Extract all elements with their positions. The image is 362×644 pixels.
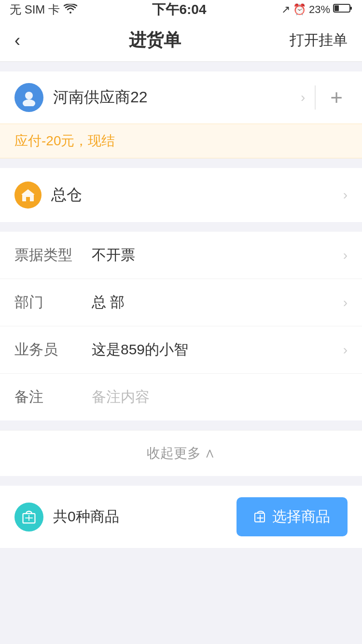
supplier-divider — [315, 85, 316, 110]
svg-point-4 — [23, 99, 35, 106]
notice-text: 应付-20元，现结 — [14, 133, 115, 148]
status-left: 无 SIM 卡 — [10, 2, 77, 17]
alarm-icon: ⏰ — [293, 3, 306, 16]
remark-label: 备注 — [14, 387, 82, 407]
svg-rect-1 — [350, 7, 352, 10]
invoice-value: 不开票 — [92, 245, 343, 265]
select-product-button[interactable]: 选择商品 — [237, 497, 348, 536]
supplier-row[interactable]: 河南供应商22 › + — [0, 71, 362, 124]
product-icon — [14, 503, 43, 532]
supplier-chevron-icon: › — [301, 90, 305, 105]
battery-text: 23% — [309, 3, 330, 16]
invoice-row[interactable]: 票据类型 不开票 › — [0, 232, 362, 279]
department-chevron-icon: › — [343, 295, 348, 310]
svg-point-3 — [25, 92, 33, 99]
page-title: 进货单 — [129, 28, 181, 52]
page-background — [0, 548, 362, 644]
select-product-label: 选择商品 — [272, 507, 330, 527]
remark-row[interactable]: 备注 备注内容 — [0, 374, 362, 420]
svg-marker-6 — [21, 189, 35, 195]
nav-bar: ‹ 进货单 打开挂单 — [0, 19, 362, 62]
collapse-button[interactable]: 收起更多 ∧ — [0, 430, 362, 476]
status-bar: 无 SIM 卡 下午6:04 ↗ ⏰ 23% — [0, 0, 362, 19]
product-bar: 共0种商品 选择商品 — [0, 486, 362, 548]
salesman-label: 业务员 — [14, 340, 82, 360]
product-count: 共0种商品 — [53, 507, 237, 527]
open-pending-button[interactable]: 打开挂单 — [290, 30, 348, 50]
salesman-row[interactable]: 业务员 这是859的小智 › — [0, 326, 362, 374]
department-label: 部门 — [14, 293, 82, 312]
back-button[interactable]: ‹ — [14, 30, 20, 51]
warehouse-icon — [14, 182, 42, 209]
invoice-chevron-icon: › — [343, 248, 348, 263]
status-right: ↗ ⏰ 23% — [281, 3, 352, 16]
salesman-value: 这是859的小智 — [92, 340, 343, 360]
warehouse-row[interactable]: 总仓 › — [0, 168, 362, 222]
svg-rect-2 — [334, 5, 339, 11]
wifi-icon — [64, 3, 77, 16]
salesman-chevron-icon: › — [343, 342, 348, 358]
location-icon: ↗ — [281, 3, 290, 16]
form-section: 票据类型 不开票 › 部门 总 部 › 业务员 这是859的小智 › 备注 备注… — [0, 232, 362, 420]
warehouse-name: 总仓 — [51, 184, 343, 206]
department-value: 总 部 — [92, 293, 343, 312]
notice-bar: 应付-20元，现结 — [0, 124, 362, 158]
battery-icon — [333, 3, 352, 16]
status-time: 下午6:04 — [152, 0, 206, 19]
invoice-label: 票据类型 — [14, 245, 82, 265]
supplier-avatar — [14, 83, 43, 112]
warehouse-chevron-icon: › — [343, 187, 348, 203]
svg-rect-7 — [26, 197, 30, 201]
gap1 — [0, 62, 362, 71]
supplier-name: 河南供应商22 — [53, 87, 301, 108]
supplier-section: 河南供应商22 › + 应付-20元，现结 — [0, 71, 362, 158]
sim-text: 无 SIM 卡 — [10, 2, 60, 17]
department-row[interactable]: 部门 总 部 › — [0, 279, 362, 326]
add-supplier-button[interactable]: + — [325, 85, 348, 110]
remark-input[interactable]: 备注内容 — [92, 387, 348, 407]
